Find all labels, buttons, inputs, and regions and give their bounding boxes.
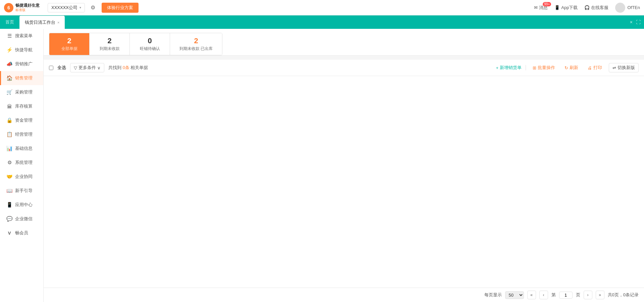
- message-button[interactable]: ✉ 消息 99+: [534, 5, 548, 11]
- result-prefix: 共找到: [108, 65, 121, 70]
- print-icon: 🖨: [588, 65, 592, 70]
- top-header: 6 畅捷通好生意 标准版 XXXXXX公司 ▾ ⚙ 体验行业方案 ✉ 消息 99…: [0, 0, 644, 15]
- add-sales-order-button[interactable]: + 新增销货单: [496, 65, 522, 71]
- stat-tab-overdue-unpaid[interactable]: 2 到期未收款: [90, 33, 130, 55]
- sidebar-item-vip-member[interactable]: V 畅会员: [0, 226, 43, 240]
- company-selector[interactable]: XXXXXX公司 ▾: [48, 3, 85, 12]
- stat-label-all: 全部单据: [59, 46, 80, 52]
- result-text: 共找到 0条 相关单据: [108, 65, 148, 71]
- sidebar: ☰ 搜索菜单 ⚡ 快捷导航 📣 营销推广 🏠 销售管理 🛒 采购管理 🏛 库存核…: [0, 29, 44, 302]
- sidebar-item-marketing[interactable]: 📣 营销推广: [0, 57, 43, 71]
- page-prev-button[interactable]: ‹: [539, 291, 548, 299]
- sidebar-item-label: 采购管理: [15, 89, 33, 95]
- print-button[interactable]: 🖨 打印: [585, 63, 605, 72]
- capital-mgmt-icon: 🔒: [6, 117, 12, 123]
- toolbar-right: + 新增销货单 ⊞ 批量操作 ↻ 刷新 🖨 打印 ⇌ 切: [496, 63, 639, 72]
- company-name: XXXXXX公司: [51, 5, 77, 11]
- stat-num-all: 2: [59, 37, 80, 45]
- stats-tabs: 2 全部单据 2 到期未收款 0 旺铺待确认 2 到期未收款 已出库: [44, 29, 644, 56]
- inventory-icon: 🏛: [6, 104, 12, 109]
- filter-button[interactable]: ▽ 更多条件 ∨: [70, 63, 104, 72]
- per-page-label: 每页显示: [484, 292, 502, 298]
- batch-icon: ⊞: [533, 65, 536, 70]
- sidebar-item-label: 畅会员: [15, 230, 28, 236]
- sidebar-item-enterprise-collab[interactable]: 🤝 企业协同: [0, 170, 43, 184]
- sidebar-item-label: 营销推广: [15, 61, 33, 67]
- batch-operation-button[interactable]: ⊞ 批量操作: [530, 63, 558, 72]
- online-service-label: 在线客服: [591, 5, 608, 11]
- expand-window-icon[interactable]: ⛶: [636, 19, 641, 25]
- pagination-bar: 每页显示 50 100 200 « ‹ 第 页 › » 共0页，0条记录: [44, 288, 644, 302]
- filter-icon: ▽: [74, 65, 77, 70]
- page-label: 第: [551, 292, 556, 298]
- newbie-guide-icon: 📖: [6, 188, 12, 194]
- sidebar-item-purchase-mgmt[interactable]: 🛒 采购管理: [0, 85, 43, 99]
- select-all-label: 全选: [57, 65, 66, 71]
- tab-bar-right: × ⛶: [630, 19, 644, 25]
- settings-button[interactable]: ⚙: [88, 2, 98, 13]
- stat-tab-overdue-out[interactable]: 2 到期未收款 已出库: [170, 33, 222, 55]
- headset-icon: 🎧: [584, 5, 590, 10]
- enterprise-wechat-icon: 💬: [6, 216, 12, 222]
- stat-label-overdue-unpaid: 到期未收款: [99, 46, 120, 52]
- purchase-mgmt-icon: 🛒: [6, 89, 12, 95]
- page-suffix: 页: [576, 292, 580, 298]
- sidebar-item-label: 库存核算: [15, 103, 33, 109]
- toolbar-left: 全选 ▽ 更多条件 ∨ 共找到 0条 相关单据: [49, 63, 492, 72]
- tab-workbench[interactable]: 钱货日清工作台 ×: [19, 16, 65, 29]
- sidebar-item-enterprise-wechat[interactable]: 💬 企业微信: [0, 212, 43, 226]
- trial-button[interactable]: 体验行业方案: [102, 3, 139, 13]
- app-download-icon: 📱: [554, 5, 560, 10]
- close-window-icon[interactable]: ×: [630, 19, 633, 25]
- logo-area: 6 畅捷通好生意 标准版: [4, 3, 48, 12]
- sidebar-item-app-center[interactable]: 📱 应用中心: [0, 198, 43, 212]
- sidebar-item-search-menu[interactable]: ☰ 搜索菜单: [0, 29, 43, 43]
- sidebar-item-basic-info[interactable]: 📊 基础信息: [0, 141, 43, 156]
- sidebar-item-capital-mgmt[interactable]: 🔒 资金管理: [0, 113, 43, 127]
- page-last-button[interactable]: »: [596, 291, 604, 299]
- refresh-icon: ↻: [565, 65, 568, 70]
- refresh-button[interactable]: ↻ 刷新: [562, 63, 581, 72]
- sidebar-item-quick-nav[interactable]: ⚡ 快捷导航: [0, 43, 43, 57]
- stat-num-overdue-unpaid: 2: [99, 37, 120, 45]
- stat-label-overdue-out: 到期未收款 已出库: [179, 46, 213, 52]
- stats-tabs-inner: 2 全部单据 2 到期未收款 0 旺铺待确认 2 到期未收款 已出库: [49, 33, 222, 55]
- page-next-button[interactable]: ›: [584, 291, 592, 299]
- batch-label: 批量操作: [538, 65, 555, 71]
- content-area: 2 全部单据 2 到期未收款 0 旺铺待确认 2 到期未收款 已出库: [44, 29, 644, 302]
- sidebar-item-sales-mgmt[interactable]: 🏠 销售管理: [0, 71, 43, 85]
- enterprise-collab-icon: 🤝: [6, 174, 12, 180]
- sidebar-item-label: 企业协同: [15, 174, 33, 180]
- table-area: [44, 76, 644, 288]
- switch-label: 切换新版: [618, 65, 635, 71]
- switch-icon: ⇌: [612, 65, 616, 70]
- sidebar-item-inventory[interactable]: 🏛 库存核算: [0, 99, 43, 113]
- sidebar-item-ops-mgmt[interactable]: 📋 经营管理: [0, 127, 43, 141]
- sidebar-item-sys-mgmt[interactable]: ⚙ 系统管理: [0, 156, 43, 170]
- page-number-input[interactable]: [559, 292, 573, 299]
- sidebar-item-label: 快捷导航: [15, 47, 33, 53]
- close-tab-icon[interactable]: ×: [57, 20, 59, 24]
- avatar-name: OfTEn: [627, 5, 640, 10]
- logo-sub-text: 标准版: [15, 8, 40, 12]
- result-count: 0条: [123, 65, 129, 70]
- tab-home[interactable]: 首页: [0, 15, 19, 29]
- sidebar-item-label: 新手引导: [15, 188, 33, 194]
- sidebar-item-label: 应用中心: [15, 202, 33, 208]
- stat-tab-all[interactable]: 2 全部单据: [49, 33, 90, 55]
- online-service-button[interactable]: 🎧 在线客服: [584, 5, 608, 11]
- add-icon: +: [496, 65, 498, 70]
- toolbar-divider: [526, 65, 526, 70]
- page-first-button[interactable]: «: [527, 291, 536, 299]
- switch-new-version-button[interactable]: ⇌ 切换新版: [609, 63, 639, 72]
- per-page-select[interactable]: 50 100 200: [505, 291, 524, 299]
- vip-member-icon: V: [6, 231, 12, 236]
- chevron-down-icon: ▾: [79, 6, 81, 9]
- logo-text: 畅捷通好生意 标准版: [15, 3, 40, 12]
- stat-tab-wangpu-confirm[interactable]: 0 旺铺待确认: [130, 33, 170, 55]
- message-badge: 99+: [543, 2, 551, 6]
- sidebar-item-newbie-guide[interactable]: 📖 新手引导: [0, 184, 43, 198]
- app-download-button[interactable]: 📱 App下载: [554, 5, 578, 11]
- select-all-checkbox[interactable]: [49, 66, 53, 70]
- avatar-area[interactable]: OfTEn: [615, 3, 640, 13]
